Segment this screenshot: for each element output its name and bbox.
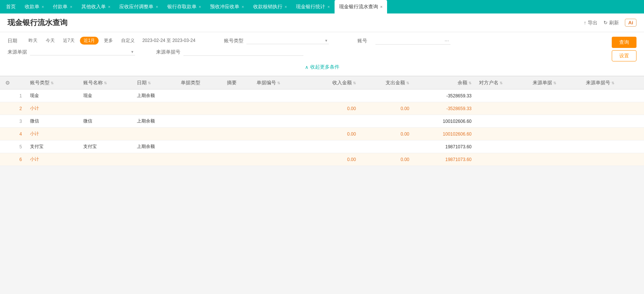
cell-account-type: 小计: [26, 128, 80, 140]
export-button[interactable]: ↑ 导出: [584, 19, 598, 26]
refresh-icon: ↻: [603, 20, 608, 25]
col-income[interactable]: 收入金额⇅: [306, 76, 359, 90]
close-icon[interactable]: ×: [199, 4, 201, 9]
cell-source-doc-no: [582, 115, 644, 128]
close-icon[interactable]: ×: [156, 4, 158, 9]
col-account-name[interactable]: 账号名称⇅: [80, 76, 133, 90]
source-doc-no-input[interactable]: [185, 49, 302, 55]
filter-area: 日期 昨天 今天 近7天 近1月 更多 自定义 2023-02-24 至 202…: [0, 32, 644, 76]
date-btn-yesterday[interactable]: 昨天: [26, 37, 41, 45]
settings-button[interactable]: 设置: [612, 50, 636, 61]
nav-tab-4[interactable]: 银行存取款单 ×: [163, 0, 206, 13]
account-input[interactable]: [377, 38, 444, 43]
source-doc-select[interactable]: ▾: [30, 49, 135, 55]
cell-counterparty: [475, 140, 528, 153]
table-body: 1现金现金上期余额-3528659.332小计0.000.00-3528659.…: [0, 90, 644, 166]
filter-left: 日期 昨天 今天 近7天 近1月 更多 自定义 2023-02-24 至 202…: [8, 37, 607, 60]
collapse-text: 收起更多条件: [310, 64, 339, 70]
nav-tab-6[interactable]: 收款核销执行 ×: [249, 0, 291, 13]
cell-settings: [0, 90, 15, 102]
nav-home[interactable]: 首页: [2, 0, 20, 13]
col-counterparty[interactable]: 对方户名⇅: [475, 76, 528, 90]
chevron-down-icon: ▾: [131, 49, 134, 54]
nav-tab-0[interactable]: 收款单 ×: [20, 0, 48, 13]
cell-account-type: 小计: [26, 102, 80, 115]
cell-date: 上期余额: [133, 115, 177, 128]
cell-source-doc: [529, 115, 582, 128]
nav-tab-3[interactable]: 应收应付调整单 ×: [115, 0, 162, 13]
date-btn-7days[interactable]: 近7天: [60, 37, 78, 45]
dots-icon[interactable]: ···: [444, 37, 449, 43]
cell-summary: [223, 153, 253, 166]
account-type-select[interactable]: ▾: [246, 37, 329, 44]
cell-source-doc-no: [582, 128, 644, 140]
cell-expense: [360, 115, 413, 128]
nav-tab-8[interactable]: 现金银行流水查询 ×: [335, 0, 387, 13]
col-date[interactable]: 日期⇅: [133, 76, 177, 90]
sort-icon: ⇅: [277, 81, 280, 85]
col-account-type[interactable]: 账号类型⇅: [26, 76, 80, 90]
nav-tab-1[interactable]: 付款单 ×: [48, 0, 77, 13]
cell-balance: -3528659.33: [413, 90, 475, 102]
nav-tab-7[interactable]: 现金银行统计 ×: [291, 0, 334, 13]
sort-icon: ⇅: [468, 81, 471, 85]
close-icon[interactable]: ×: [108, 4, 110, 9]
cell-date: 上期余额: [133, 90, 177, 102]
cell-source-doc: [529, 153, 582, 166]
account-type-label: 账号类型: [224, 37, 243, 44]
ai-button[interactable]: Ai: [625, 19, 636, 27]
close-icon[interactable]: ×: [380, 4, 383, 9]
col-expense[interactable]: 支出金额⇅: [360, 76, 413, 90]
cell-balance: 100102606.60: [413, 115, 475, 128]
close-icon[interactable]: ×: [285, 4, 287, 9]
cell-doc-no: [253, 140, 306, 153]
date-btn-more[interactable]: 更多: [101, 37, 116, 45]
cell-expense: [360, 140, 413, 153]
data-table: ⚙ 账号类型⇅ 账号名称⇅ 日期⇅ 单据类型 摘要: [0, 76, 644, 166]
close-icon[interactable]: ×: [242, 4, 244, 9]
cell-num: 3: [15, 115, 26, 128]
date-btn-1month[interactable]: 近1月: [80, 37, 99, 45]
collapse-bar[interactable]: ∧ 收起更多条件: [8, 61, 636, 71]
cell-date: [133, 102, 177, 115]
filter-top-row: 日期 昨天 今天 近7天 近1月 更多 自定义 2023-02-24 至 202…: [8, 37, 636, 61]
col-source-doc-no[interactable]: 来源单据号⇅: [582, 76, 644, 90]
cell-income: 0.00: [306, 128, 359, 140]
chevron-down-icon: ▾: [325, 38, 327, 43]
cell-num: 4: [15, 128, 26, 140]
cell-expense: 0.00: [360, 102, 413, 115]
query-button[interactable]: 查询: [612, 37, 636, 48]
date-btn-custom[interactable]: 自定义: [118, 37, 138, 45]
cell-doc-type: [177, 102, 224, 115]
cell-settings: [0, 128, 15, 140]
sort-icon: ⇅: [553, 81, 556, 85]
cell-doc-no: [253, 102, 306, 115]
cell-account-type: 微信: [26, 115, 80, 128]
close-icon[interactable]: ×: [327, 4, 330, 9]
cell-summary: [223, 90, 253, 102]
col-source-doc[interactable]: 来源单据⇅: [529, 76, 582, 90]
table-row: 1现金现金上期余额-3528659.33: [0, 90, 644, 102]
gear-icon[interactable]: ⚙: [5, 80, 10, 86]
cell-doc-type: [177, 128, 224, 140]
date-filter-group: 日期 昨天 今天 近7天 近1月 更多 自定义 2023-02-24 至 202…: [8, 37, 195, 45]
nav-tab-2[interactable]: 其他收入单 ×: [77, 0, 115, 13]
account-type-group: 账号类型 ▾: [224, 37, 329, 44]
date-btn-today[interactable]: 今天: [43, 37, 58, 45]
cell-income: [306, 115, 359, 128]
cell-date: 上期余额: [133, 140, 177, 153]
cell-settings: [0, 153, 15, 166]
col-balance[interactable]: 余额⇅: [413, 76, 475, 90]
account-group: 账号 ···: [357, 37, 450, 45]
refresh-button[interactable]: ↻ 刷新: [603, 19, 619, 26]
close-icon[interactable]: ×: [42, 4, 44, 9]
cell-expense: [360, 90, 413, 102]
col-summary: 摘要: [223, 76, 253, 90]
col-doc-no[interactable]: 单据编号⇅: [253, 76, 306, 90]
cell-account-name: [80, 102, 133, 115]
nav-tab-5[interactable]: 预收冲应收单 ×: [206, 0, 248, 13]
cell-settings: [0, 140, 15, 153]
cell-account-type: 支付宝: [26, 140, 80, 153]
close-icon[interactable]: ×: [70, 4, 72, 9]
filter-row-2: 来源单据 ▾ 来源单据号: [8, 48, 607, 56]
